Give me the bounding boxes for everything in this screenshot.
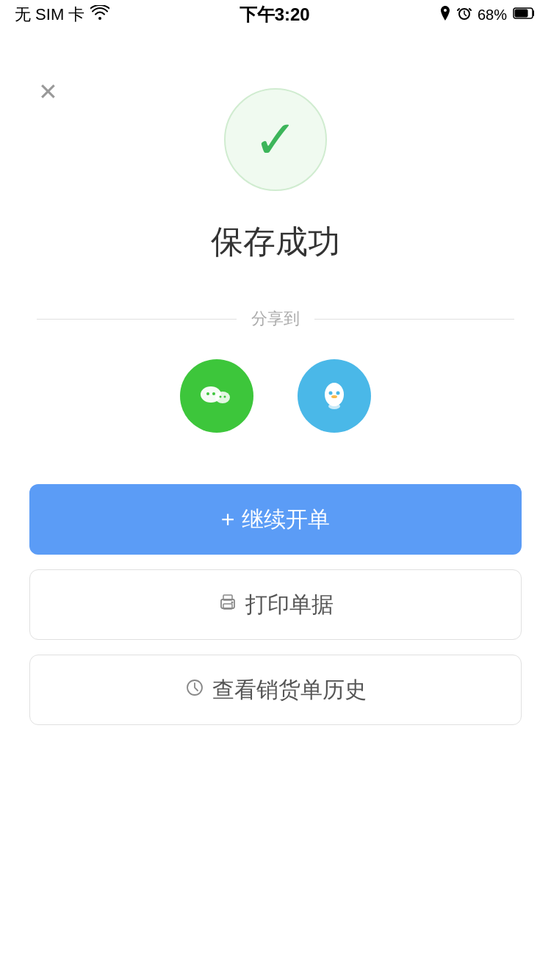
- history-button[interactable]: 查看销货单历史: [29, 655, 522, 725]
- svg-point-6: [212, 392, 215, 395]
- print-button[interactable]: 打印单据: [29, 569, 522, 640]
- svg-point-14: [326, 394, 331, 402]
- history-icon: [184, 677, 205, 703]
- svg-point-7: [220, 396, 222, 398]
- history-button-text: 查看销货单历史: [212, 675, 367, 705]
- no-sim-text: 无 SIM 卡: [15, 4, 84, 26]
- share-icons-row: [180, 359, 371, 433]
- alarm-icon: [457, 6, 472, 24]
- status-time: 下午3:20: [240, 3, 310, 26]
- print-button-text: 打印单据: [245, 590, 334, 620]
- battery-text: 68%: [478, 7, 507, 24]
- continue-button-text: 继续开单: [242, 505, 330, 535]
- success-icon-circle: ✓: [224, 88, 327, 191]
- action-buttons: + 继续开单 打印单据 查看销货单历史: [0, 484, 551, 725]
- svg-point-8: [224, 396, 226, 398]
- svg-point-13: [331, 395, 337, 398]
- share-divider: 分享到: [0, 308, 551, 330]
- plus-icon: +: [221, 506, 235, 533]
- share-wechat-button[interactable]: [180, 359, 253, 433]
- success-title: 保存成功: [211, 220, 340, 264]
- continue-button[interactable]: + 继续开单: [29, 484, 522, 555]
- svg-point-19: [231, 601, 234, 603]
- main-content: ✕ ✓ 保存成功 分享到: [0, 29, 551, 980]
- share-qq-button[interactable]: [298, 359, 371, 433]
- battery-icon: [513, 7, 536, 24]
- share-label: 分享到: [237, 308, 314, 330]
- svg-rect-2: [514, 9, 527, 17]
- print-icon: [217, 592, 238, 618]
- close-button[interactable]: ✕: [29, 73, 66, 110]
- divider-right: [314, 319, 514, 320]
- close-icon: ✕: [38, 80, 58, 104]
- divider-left: [37, 319, 237, 320]
- svg-point-12: [336, 392, 340, 395]
- status-right: 68%: [439, 6, 536, 24]
- svg-point-4: [215, 392, 230, 403]
- checkmark-icon: ✓: [253, 113, 298, 166]
- wifi-icon: [90, 5, 109, 24]
- svg-point-15: [338, 394, 342, 402]
- svg-point-5: [206, 392, 209, 395]
- svg-point-9: [325, 383, 344, 406]
- svg-point-10: [328, 403, 340, 409]
- svg-point-11: [329, 392, 333, 395]
- location-icon: [439, 6, 451, 24]
- status-left: 无 SIM 卡: [15, 4, 109, 26]
- status-bar: 无 SIM 卡 下午3:20 68%: [0, 0, 551, 29]
